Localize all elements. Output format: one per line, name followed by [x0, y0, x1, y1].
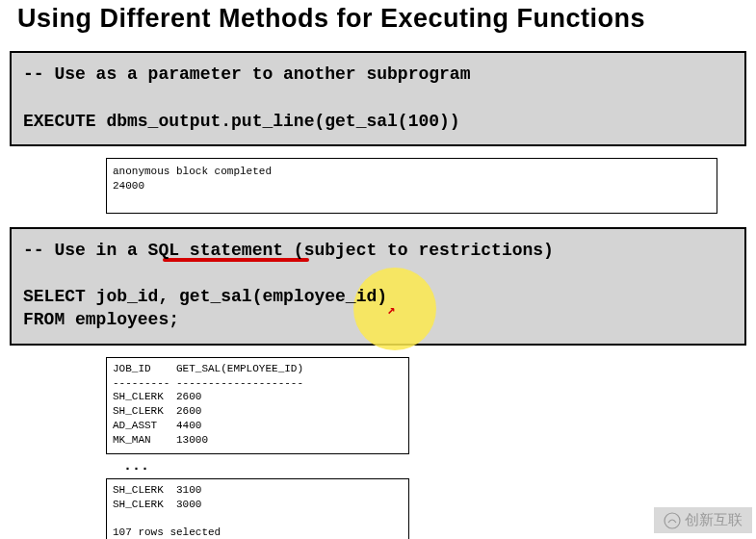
watermark-logo-icon	[664, 512, 681, 529]
code-block-sql: ↗ -- Use in a SQL statement (subject to …	[10, 227, 746, 346]
output-anonymous-block: anonymous block completed 24000	[106, 158, 717, 214]
code-line-select: SELECT job_id, get_sal(employee_id) FROM…	[23, 287, 387, 329]
pointer-arrow-icon: ↗	[387, 301, 395, 320]
output-query-result-1: JOB_ID GET_SAL(EMPLOYEE_ID) --------- --…	[106, 357, 409, 454]
code-block-subprogram: -- Use as a parameter to another subprog…	[10, 51, 746, 146]
comment-line-sql: -- Use in a SQL statement (subject to re…	[23, 241, 554, 260]
page-title: Using Different Methods for Executing Fu…	[0, 0, 756, 34]
watermark-text: 创新互联	[685, 511, 743, 529]
code-line-execute: EXECUTE dbms_output.put_line(get_sal(100…	[23, 112, 460, 131]
output-query-result-2: SH_CLERK 3100 SH_CLERK 3000 107 rows sel…	[106, 478, 409, 539]
svg-point-0	[665, 513, 680, 528]
ellipsis: ...	[123, 458, 756, 475]
comment-line: -- Use as a parameter to another subprog…	[23, 64, 470, 84]
watermark: 创新互联	[654, 507, 752, 533]
